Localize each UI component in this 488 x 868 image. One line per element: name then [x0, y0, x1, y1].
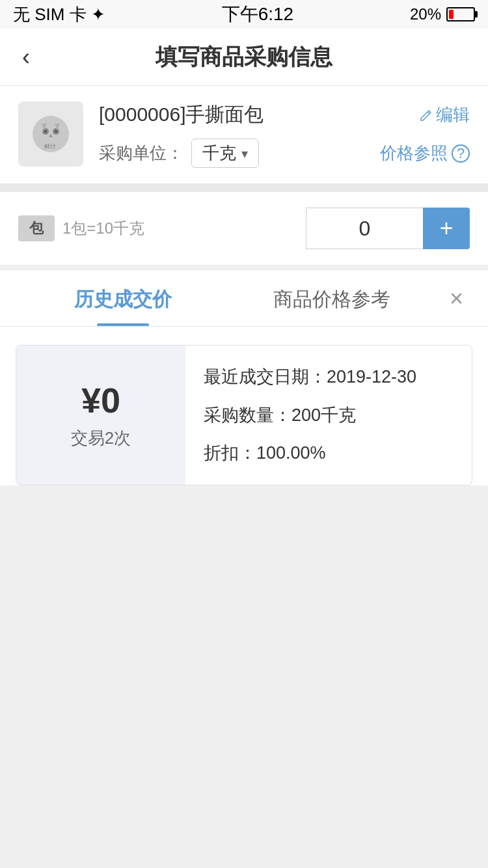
battery-icon: [446, 7, 475, 21]
unit-select-dropdown[interactable]: 千克 ▾: [191, 139, 259, 168]
status-signal: 无 SIM 卡 ✦: [13, 3, 105, 26]
tab-product-price-ref[interactable]: 商品价格参考: [227, 271, 436, 326]
price-reference-button[interactable]: 价格参照 ?: [380, 142, 470, 165]
history-details-right: 最近成交日期：2019-12-30 采购数量：200千克 折扣：100.00%: [185, 346, 472, 485]
status-right: 20%: [410, 5, 475, 23]
purchase-qty-row: 采购数量：200千克: [204, 402, 454, 429]
quantity-row: 包 1包=10千克 +: [0, 192, 488, 265]
history-price-value: ¥0: [81, 380, 120, 420]
product-info: [0000006]手撕面包 编辑 采购单位： 千克 ▾: [99, 102, 470, 168]
page-title: 填写商品采购信息: [156, 42, 332, 72]
tabs-bar: 历史成交价 商品价格参考 ×: [0, 271, 488, 327]
history-card: ¥0 交易2次 最近成交日期：2019-12-30 采购数量：200千克 折扣：…: [16, 345, 472, 485]
unit-label: 采购单位：: [99, 142, 183, 165]
tab-active-indicator: [97, 323, 149, 326]
status-battery-percent: 20%: [410, 5, 441, 23]
discount-label: 折扣：: [204, 443, 256, 463]
nav-bar: ‹ 填写商品采购信息: [0, 29, 488, 86]
status-bar: 无 SIM 卡 ✦ 下午6:12 20%: [0, 0, 488, 29]
product-name: [0000006]手撕面包: [99, 102, 264, 128]
purchase-qty-label: 采购数量：: [204, 405, 291, 425]
history-trade-count: 交易2次: [71, 427, 131, 450]
close-tab-button[interactable]: ×: [437, 278, 470, 319]
unit-box-label: 包: [18, 215, 55, 241]
main-content-area: [0, 504, 488, 869]
recent-date-value: 2019-12-30: [327, 367, 416, 387]
svg-point-4: [55, 130, 57, 133]
svg-point-3: [44, 130, 47, 133]
unit-hint: 1包=10千克: [62, 218, 144, 239]
product-thumbnail: 鲜计: [18, 102, 83, 167]
unit-dropdown-arrow: ▾: [241, 146, 248, 161]
price-ref-help-icon: ?: [452, 144, 470, 163]
quantity-input[interactable]: [306, 208, 423, 249]
recent-date-row: 最近成交日期：2019-12-30: [204, 364, 454, 390]
quantity-plus-button[interactable]: +: [423, 208, 470, 249]
product-thumb-icon: 鲜计: [31, 115, 70, 154]
unit-value: 千克: [202, 142, 236, 165]
section-divider: [0, 184, 488, 192]
discount-value: 100.00%: [256, 443, 326, 463]
unit-info: 包 1包=10千克: [18, 215, 144, 241]
quantity-control: +: [306, 208, 470, 249]
discount-row: 折扣：100.00%: [204, 440, 454, 467]
tab-history-price[interactable]: 历史成交价: [18, 271, 227, 326]
edit-icon: [419, 108, 433, 122]
recent-date-label: 最近成交日期：: [204, 367, 327, 387]
purchase-qty-value: 200千克: [291, 405, 356, 425]
back-button[interactable]: ‹: [16, 37, 36, 77]
edit-button[interactable]: 编辑: [419, 103, 470, 126]
tabs-section: 历史成交价 商品价格参考 × ¥0 交易2次 最近成交日期：2019-12-30…: [0, 271, 488, 485]
history-price-left: ¥0 交易2次: [16, 346, 185, 485]
product-section: 鲜计 [0000006]手撕面包 编辑 采购单位： 千克: [0, 86, 488, 184]
svg-text:鲜计: 鲜计: [44, 143, 56, 150]
status-time: 下午6:12: [222, 2, 294, 27]
